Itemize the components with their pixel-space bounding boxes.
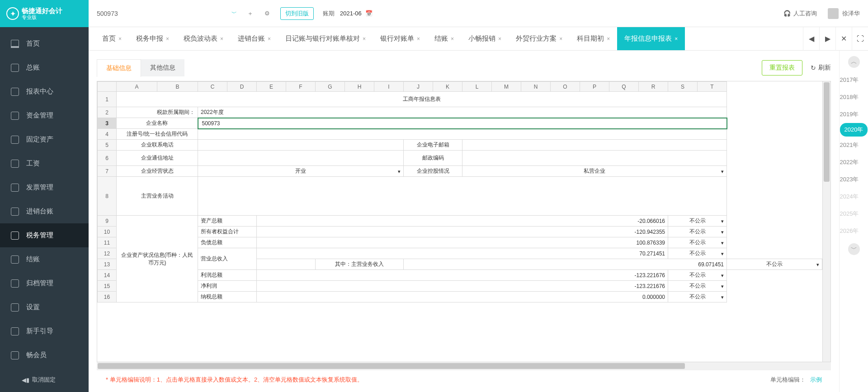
sheet-corner[interactable]	[98, 82, 117, 92]
add-icon[interactable]: ＋	[246, 9, 254, 18]
year-2024年[interactable]: 2024年	[840, 188, 868, 205]
reset-report-button[interactable]: 重置报表	[762, 60, 802, 76]
unpin-button[interactable]: ◀▮ 取消固定	[22, 376, 56, 384]
row-head-12[interactable]: 12	[98, 248, 117, 259]
close-icon[interactable]: ×	[675, 36, 678, 42]
year-2025年[interactable]: 2025年	[840, 205, 868, 222]
col-P[interactable]: P	[580, 82, 609, 92]
year-2021年[interactable]: 2021年	[840, 137, 868, 154]
r12-value[interactable]: 70.271451	[257, 248, 668, 259]
support-button[interactable]: 🎧 人工咨询	[783, 9, 817, 18]
tab-4[interactable]: 日记账与银行对账单核对×	[278, 27, 373, 50]
tab-5[interactable]: 银行对账单×	[373, 27, 427, 50]
r11-value[interactable]: 100.876339	[257, 237, 668, 248]
sidebar-item-0[interactable]: 首页	[0, 32, 89, 56]
row-head-1[interactable]: 1	[98, 92, 117, 107]
tab-0[interactable]: 首页×	[95, 27, 129, 50]
col-S[interactable]: S	[668, 82, 698, 92]
subtab-basic-info[interactable]: 基础信息	[97, 59, 141, 77]
sidebar-item-8[interactable]: 税务管理	[0, 223, 89, 247]
row-head-16[interactable]: 16	[98, 292, 117, 302]
r13-publish-select[interactable]: 不公示	[727, 259, 822, 270]
close-icon[interactable]: ×	[559, 36, 562, 42]
col-E[interactable]: E	[257, 82, 286, 92]
tab-2[interactable]: 税负波动表×	[176, 27, 231, 50]
r16-value[interactable]: 0.000000	[257, 292, 668, 302]
col-Q[interactable]: Q	[609, 82, 639, 92]
close-icon[interactable]: ×	[118, 36, 122, 42]
refresh-button[interactable]: ↻ 刷新	[811, 64, 831, 72]
row-head-13[interactable]: 13	[98, 259, 117, 270]
col-L[interactable]: L	[462, 82, 492, 92]
year-scroll-up[interactable]: ︿	[848, 56, 860, 68]
col-R[interactable]: R	[639, 82, 668, 92]
vertical-scrollbar[interactable]	[822, 81, 830, 362]
row-head-3[interactable]: 3	[98, 118, 117, 129]
subtab-other-info[interactable]: 其他信息	[141, 59, 184, 76]
sidebar-item-6[interactable]: 发票管理	[0, 175, 89, 199]
col-J[interactable]: J	[404, 82, 433, 92]
r14-value[interactable]: -123.221676	[257, 270, 668, 281]
col-A[interactable]: A	[117, 82, 157, 92]
tab-7[interactable]: 小畅报销×	[461, 27, 509, 50]
year-2022年[interactable]: 2022年	[840, 154, 868, 171]
tab-3[interactable]: 进销台账×	[231, 27, 278, 50]
col-M[interactable]: M	[492, 82, 521, 92]
r8-value[interactable]	[198, 177, 727, 216]
col-T[interactable]: T	[698, 82, 727, 92]
tab-8[interactable]: 外贸行业方案×	[509, 27, 570, 50]
tab-6[interactable]: 结账×	[427, 27, 461, 50]
col-K[interactable]: K	[433, 82, 462, 92]
col-B[interactable]: B	[157, 82, 198, 92]
row-head-7[interactable]: 7	[98, 166, 117, 177]
row-head-9[interactable]: 9	[98, 216, 117, 227]
r12-publish-select[interactable]: 不公示	[668, 248, 727, 259]
switch-old-version-button[interactable]: 切到旧版	[280, 7, 314, 20]
r4-value[interactable]	[198, 129, 727, 140]
sidebar-item-7[interactable]: 进销台账	[0, 199, 89, 223]
r5-right-value[interactable]	[462, 140, 727, 151]
close-icon[interactable]: ×	[451, 36, 454, 42]
col-N[interactable]: N	[521, 82, 551, 92]
company-name-cell[interactable]: 500973	[198, 118, 727, 129]
r10-value[interactable]: -120.942355	[257, 227, 668, 237]
r10-publish-select[interactable]: 不公示	[668, 227, 727, 237]
tab-10[interactable]: 年报信息申报表×	[617, 27, 685, 50]
row-head-5[interactable]: 5	[98, 140, 117, 151]
row-head-6[interactable]: 6	[98, 151, 117, 166]
sidebar-item-5[interactable]: 工资	[0, 151, 89, 175]
col-D[interactable]: D	[227, 82, 257, 92]
year-2019年[interactable]: 2019年	[840, 106, 868, 123]
close-icon[interactable]: ×	[220, 36, 223, 42]
col-I[interactable]: I	[374, 82, 404, 92]
row-head-11[interactable]: 11	[98, 237, 117, 248]
r6-value[interactable]	[198, 151, 404, 166]
year-scroll-down[interactable]: ﹀	[848, 243, 860, 255]
sidebar-item-2[interactable]: 报表中心	[0, 80, 89, 104]
r9-publish-select[interactable]: 不公示	[668, 216, 727, 227]
row-head-14[interactable]: 14	[98, 270, 117, 281]
sidebar-item-9[interactable]: 结账	[0, 247, 89, 271]
col-H[interactable]: H	[345, 82, 374, 92]
col-F[interactable]: F	[286, 82, 316, 92]
row-head-2[interactable]: 2	[98, 107, 117, 118]
sidebar-item-3[interactable]: 资金管理	[0, 104, 89, 128]
tabs-scroll-right[interactable]: ▶	[819, 27, 835, 51]
r16-publish-select[interactable]: 不公示	[668, 292, 727, 302]
r15-publish-select[interactable]: 不公示	[668, 281, 727, 292]
sidebar-item-13[interactable]: 畅会员	[0, 343, 89, 367]
r5-value[interactable]	[198, 140, 404, 151]
horizontal-scrollbar[interactable]	[97, 362, 831, 370]
business-status-select[interactable]: 开业	[198, 166, 404, 177]
sidebar-item-10[interactable]: 归档管理	[0, 271, 89, 295]
row-head-15[interactable]: 15	[98, 281, 117, 292]
sidebar-item-1[interactable]: 总账	[0, 56, 89, 80]
sidebar-item-12[interactable]: 新手引导	[0, 319, 89, 343]
tab-1[interactable]: 税务申报×	[129, 27, 176, 50]
row-head-4[interactable]: 4	[98, 129, 117, 140]
year-2020年[interactable]: 2020年	[840, 123, 868, 137]
close-icon[interactable]: ×	[166, 36, 169, 42]
calendar-icon[interactable]: 📅	[365, 10, 373, 17]
col-O[interactable]: O	[551, 82, 580, 92]
year-2018年[interactable]: 2018年	[840, 89, 868, 106]
